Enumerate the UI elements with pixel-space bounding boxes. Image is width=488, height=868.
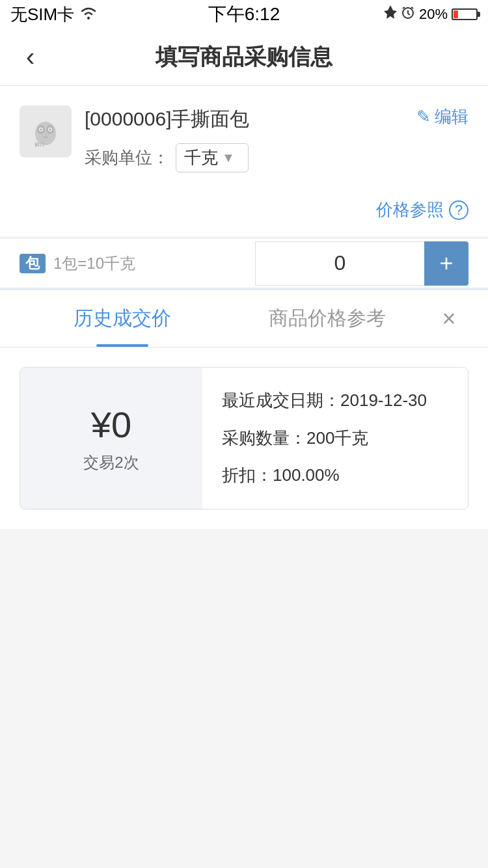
product-info: [0000006]手撕面包 采购单位： 千克 ▼ xyxy=(85,105,416,172)
tab-reference-label: 商品价格参考 xyxy=(269,305,386,332)
package-label: 包 xyxy=(25,254,40,273)
recent-date-value: 2019-12-30 xyxy=(340,390,427,410)
discount-value: 100.00% xyxy=(273,465,340,485)
battery-percent: 20% xyxy=(419,6,448,23)
quantity-input[interactable]: 0 xyxy=(255,241,424,286)
unit-select[interactable]: 千克 ▼ xyxy=(176,143,249,172)
price-content: ¥0 交易2次 最近成交日期：2019-12-30 采购数量：200千克 折扣：… xyxy=(0,347,488,529)
status-time: 下午6:12 xyxy=(208,2,280,27)
tab-history-label: 历史成交价 xyxy=(74,305,171,332)
svg-line-5 xyxy=(411,7,413,8)
status-bar: 无SIM卡 下午6:12 20% xyxy=(0,0,488,29)
price-reference-link[interactable]: 价格参照 ? xyxy=(376,198,468,221)
product-header: 鲜计 [0000006]手撕面包 采购单位： 千克 ▼ ✎ 编辑 xyxy=(20,105,468,172)
status-left: 无SIM卡 xyxy=(10,3,98,26)
price-value: ¥0 xyxy=(91,403,131,446)
svg-point-11 xyxy=(40,129,42,131)
quantity-value: 200千克 xyxy=(306,428,368,448)
back-button[interactable]: ‹ xyxy=(20,36,41,78)
price-card: ¥0 交易2次 最近成交日期：2019-12-30 采购数量：200千克 折扣：… xyxy=(20,367,468,509)
svg-point-0 xyxy=(87,17,90,20)
product-card: 鲜计 [0000006]手撕面包 采购单位： 千克 ▼ ✎ 编辑 价格参照 xyxy=(0,86,488,237)
unit-dropdown-arrow: ▼ xyxy=(222,150,235,165)
quantity-right: 0 + xyxy=(255,241,468,286)
discount-row: 折扣：100.00% xyxy=(222,462,448,489)
tab-history-underline xyxy=(96,344,148,347)
quantity-label: 采购数量： xyxy=(222,428,306,448)
wifi-icon xyxy=(79,5,98,25)
product-thumbnail: 鲜计 xyxy=(20,105,72,157)
svg-point-12 xyxy=(49,129,51,131)
nav-bar: ‹ 填写商品采购信息 xyxy=(0,29,488,86)
edit-button[interactable]: ✎ 编辑 xyxy=(416,105,468,128)
product-left: 鲜计 [0000006]手撕面包 采购单位： 千克 ▼ xyxy=(20,105,416,172)
quantity-plus-button[interactable]: + xyxy=(424,241,468,286)
alarm-icon xyxy=(401,5,415,23)
carrier-text: 无SIM卡 xyxy=(10,3,74,26)
quantity-left: 包 1包=10千克 xyxy=(20,253,135,274)
unit-value: 千克 xyxy=(184,146,218,169)
status-right: 20% xyxy=(384,5,478,23)
price-card-left: ¥0 交易2次 xyxy=(20,368,202,509)
tab-section: 历史成交价 商品价格参考 × ¥0 交易2次 最近成交日期：2019-12-30… xyxy=(0,290,488,529)
price-currency: ¥ xyxy=(91,404,111,445)
recent-date-label: 最近成交日期： xyxy=(222,390,340,410)
quantity-row: 采购数量：200千克 xyxy=(222,425,448,452)
price-trades: 交易2次 xyxy=(83,452,139,473)
tab-history[interactable]: 历史成交价 xyxy=(20,290,224,347)
edit-icon: ✎ xyxy=(416,107,431,127)
package-ratio: 1包=10千克 xyxy=(53,253,135,274)
svg-text:鲜计: 鲜计 xyxy=(34,142,46,148)
price-ref-label: 价格参照 xyxy=(376,198,444,221)
svg-line-3 xyxy=(408,14,410,15)
battery-icon xyxy=(452,8,478,20)
help-icon: ? xyxy=(449,200,468,220)
edit-label: 编辑 xyxy=(435,105,468,128)
main-background xyxy=(0,529,488,868)
product-name: [0000006]手撕面包 xyxy=(85,105,416,133)
recent-date-row: 最近成交日期：2019-12-30 xyxy=(222,387,448,414)
product-unit-row: 采购单位： 千克 ▼ xyxy=(85,143,416,172)
price-card-right: 最近成交日期：2019-12-30 采购数量：200千克 折扣：100.00% xyxy=(202,368,468,509)
svg-line-4 xyxy=(403,7,405,8)
location-icon xyxy=(384,5,397,23)
tab-reference[interactable]: 商品价格参考 xyxy=(224,290,429,347)
unit-label: 采购单位： xyxy=(85,146,169,169)
tab-bar: 历史成交价 商品价格参考 × xyxy=(0,290,488,347)
discount-label: 折扣： xyxy=(222,465,273,485)
price-amount: 0 xyxy=(111,404,131,445)
quantity-section: 包 1包=10千克 0 + xyxy=(0,238,488,290)
page-title: 填写商品采购信息 xyxy=(156,42,332,72)
package-icon: 包 xyxy=(20,254,46,273)
tab-close-button[interactable]: × xyxy=(429,299,468,338)
